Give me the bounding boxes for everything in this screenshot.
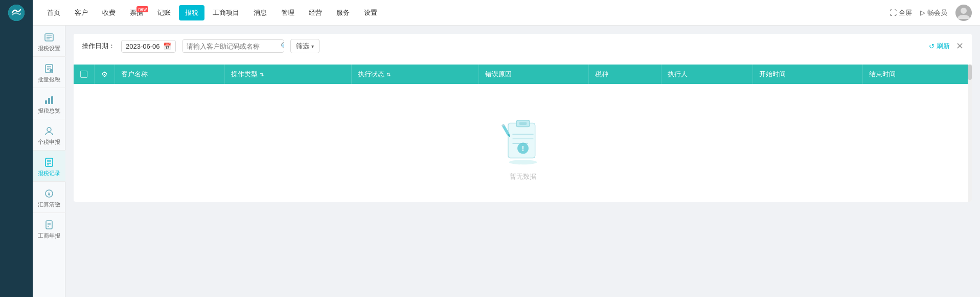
sub-sidebar: 报税设置 ✓ 批量报税	[33, 26, 65, 297]
data-table: ⚙ 客户名称 操作类型 ⇅	[74, 65, 972, 202]
sidebar-item-tax-overview-label: 报税总览	[38, 107, 60, 115]
date-label: 操作日期：	[82, 41, 115, 51]
sidebar-item-tax-settings-label: 报税设置	[38, 45, 60, 52]
filter-button[interactable]: 筛选 ▾	[290, 39, 320, 53]
th-gear: ⚙	[94, 65, 115, 84]
th-executor: 执行人	[662, 65, 753, 84]
sort-icon-status: ⇅	[386, 72, 391, 77]
svg-rect-14	[48, 98, 50, 104]
sidebar-item-tax-records-label: 报税记录	[38, 169, 60, 177]
th-execution-status[interactable]: 执行状态 ⇅	[352, 65, 479, 84]
play-icon: ▷	[920, 9, 925, 16]
settlement-icon: ¥	[43, 188, 55, 199]
close-button[interactable]: ✕	[956, 41, 964, 51]
app-logo[interactable]	[0, 0, 33, 26]
svg-text:¥: ¥	[48, 192, 50, 197]
scroll-thumb[interactable]	[968, 65, 972, 80]
sidebar-item-tax-records[interactable]: 报税记录	[33, 151, 65, 182]
th-end-time: 结束时间	[862, 65, 972, 84]
search-button[interactable]: 🔍	[277, 40, 284, 52]
nav-item-tickets[interactable]: 票据 new	[124, 5, 149, 20]
top-navigation: 首页 客户 收费 票据 new 记账 报税 工商项目 消息 管理 经营 服务 设…	[33, 0, 980, 26]
refresh-button[interactable]: ↺ 刷新	[929, 41, 950, 51]
empty-illustration: !	[497, 115, 549, 166]
nav-item-operations[interactable]: 经营	[303, 5, 328, 20]
nav-item-accounts[interactable]: 记账	[151, 5, 177, 20]
content-area: 报税设置 ✓ 批量报税	[33, 26, 980, 297]
empty-state-row: ! 暂无数据	[74, 84, 972, 202]
sidebar-item-batch-tax-label: 批量报税	[38, 76, 60, 83]
th-operation-type[interactable]: 操作类型 ⇅	[224, 65, 352, 84]
svg-text:✓: ✓	[50, 70, 52, 72]
th-start-time: 开始时间	[753, 65, 862, 84]
sidebar-item-personal-tax[interactable]: 个税申报	[33, 119, 65, 151]
nav-item-management[interactable]: 管理	[275, 5, 301, 20]
table-body: ! 暂无数据	[74, 84, 972, 202]
refresh-label: 刷新	[937, 41, 950, 51]
th-client-name: 客户名称	[115, 65, 224, 84]
svg-text:!: !	[521, 144, 524, 153]
main-sidebar	[0, 0, 33, 297]
th-tax-type: 税种	[588, 65, 661, 84]
svg-point-2	[961, 8, 967, 14]
search-input[interactable]	[183, 40, 277, 52]
sidebar-item-tax-settings[interactable]: 报税设置	[33, 26, 65, 57]
search-box: 🔍	[182, 39, 284, 53]
logo-icon	[8, 5, 25, 21]
sidebar-item-settlement-label: 汇算清缴	[38, 201, 60, 208]
sidebar-item-annual-report[interactable]: 工商年报	[33, 213, 65, 244]
svg-rect-15	[51, 96, 53, 104]
svg-point-16	[47, 128, 51, 132]
nav-item-messages[interactable]: 消息	[247, 5, 273, 20]
date-value: 2023-06-06	[126, 43, 160, 50]
tax-overview-icon	[43, 94, 55, 105]
column-settings-icon[interactable]: ⚙	[101, 70, 108, 78]
svg-rect-17	[45, 158, 53, 166]
member-btn[interactable]: ▷ 畅会员	[920, 8, 947, 17]
nav-item-tax[interactable]: 报税	[179, 5, 204, 20]
fullscreen-btn[interactable]: ⛶ 全屏	[890, 8, 912, 17]
th-checkbox	[74, 65, 94, 84]
toolbar: 操作日期： 2023-06-06 📅 🔍 筛选 ▾	[74, 34, 972, 58]
nav-items: 首页 客户 收费 票据 new 记账 报税 工商项目 消息 管理 经营 服务 设…	[41, 5, 890, 20]
svg-point-28	[509, 160, 537, 164]
tax-records-icon	[43, 157, 55, 168]
nav-item-home[interactable]: 首页	[41, 5, 66, 20]
date-picker[interactable]: 2023-06-06 📅	[121, 40, 176, 53]
calendar-icon: 📅	[163, 43, 171, 50]
scroll-track[interactable]	[968, 65, 972, 202]
sidebar-item-annual-report-label: 工商年报	[38, 232, 60, 240]
sidebar-item-personal-tax-label: 个税申报	[38, 138, 60, 146]
select-all-checkbox[interactable]	[80, 71, 87, 78]
tax-settings-icon	[43, 32, 55, 43]
batch-tax-icon: ✓	[43, 63, 55, 74]
fullscreen-label: 全屏	[899, 8, 912, 17]
member-label: 畅会员	[927, 8, 947, 17]
annual-report-icon	[43, 219, 55, 230]
empty-state: ! 暂无数据	[74, 84, 972, 202]
th-error-reason: 错误原因	[478, 65, 588, 84]
refresh-icon: ↺	[929, 43, 935, 50]
topnav-right: ⛶ 全屏 ▷ 畅会员	[890, 5, 972, 21]
svg-rect-13	[45, 100, 47, 104]
chevron-down-icon: ▾	[311, 44, 314, 49]
nav-item-settings[interactable]: 设置	[358, 5, 383, 20]
nav-item-billing[interactable]: 收费	[96, 5, 122, 20]
table-scroll-area: ⚙ 客户名称 操作类型 ⇅	[74, 65, 972, 202]
page-content: 操作日期： 2023-06-06 📅 🔍 筛选 ▾	[65, 26, 980, 297]
sidebar-item-tax-overview[interactable]: 报税总览	[33, 88, 65, 119]
filter-label: 筛选	[296, 41, 309, 51]
fullscreen-icon: ⛶	[890, 9, 897, 17]
svg-rect-31	[519, 122, 527, 125]
personal-tax-icon	[43, 125, 55, 137]
toolbar-right: ↺ 刷新 ✕	[929, 41, 964, 51]
nav-item-services[interactable]: 服务	[330, 5, 356, 20]
empty-text: 暂无数据	[510, 172, 536, 181]
nav-item-customers[interactable]: 客户	[69, 5, 94, 20]
sidebar-item-batch-tax[interactable]: ✓ 批量报税	[33, 57, 65, 88]
user-avatar[interactable]	[955, 5, 972, 21]
table-header-row: ⚙ 客户名称 操作类型 ⇅	[74, 65, 972, 84]
sidebar-item-settlement[interactable]: ¥ 汇算清缴	[33, 182, 65, 213]
sort-icon-operation: ⇅	[260, 72, 264, 77]
nav-item-business[interactable]: 工商项目	[207, 5, 245, 20]
